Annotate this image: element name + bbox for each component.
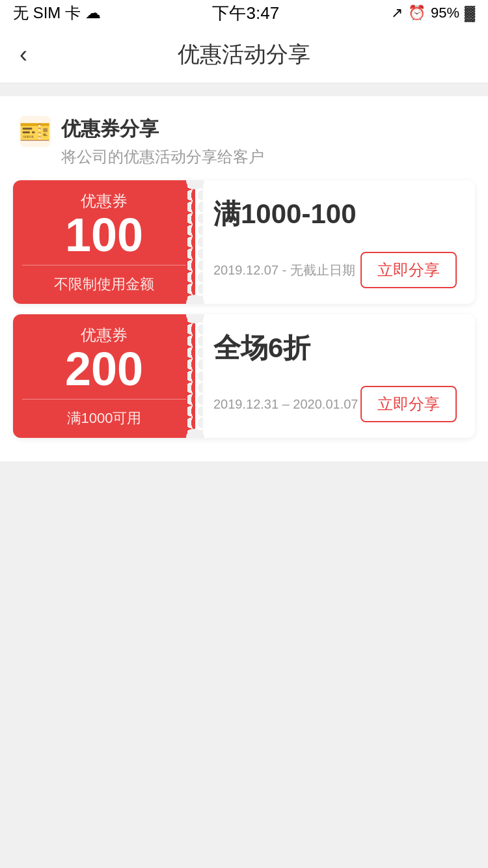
- divider-1: [22, 265, 186, 265]
- coupon-date-1: 2019.12.07 - 无截止日期: [213, 262, 360, 279]
- section-header: 🎫 优惠券分享 将公司的优惠活动分享给客户: [0, 96, 488, 180]
- coupon-condition-2: 满1000可用: [67, 409, 142, 428]
- coupon-label-2: 优惠券: [81, 325, 128, 346]
- coupon-right-2: 全场6折 2019.12.31 – 2020.01.07 立即分享: [195, 314, 475, 438]
- notch-top-2: [186, 314, 204, 323]
- bottom-space: [0, 461, 488, 852]
- coupon-name-1: 满1000-100: [213, 196, 457, 232]
- page-title: 优惠活动分享: [178, 40, 310, 70]
- back-button[interactable]: ‹: [20, 41, 27, 68]
- status-bar: 无 SIM 卡 ☁ 下午3:47 ↗ ⏰ 95% ▓: [0, 0, 488, 26]
- nav-bar: ‹ 优惠活动分享: [0, 26, 488, 83]
- coupon-condition-1: 不限制使用金额: [54, 275, 154, 294]
- divider-2: [22, 399, 186, 400]
- notch-bottom-2: [186, 429, 204, 438]
- battery-text: 95%: [431, 5, 459, 21]
- coupon-date-2: 2019.12.31 – 2020.01.07: [213, 397, 360, 412]
- coupon-right-1: 满1000-100 2019.12.07 - 无截止日期 立即分享: [195, 180, 475, 304]
- coupon-icon: 🎫: [20, 116, 51, 147]
- coupon-card-1: 优惠券 100 不限制使用金额 满1000-100 2019.12.07 - 无…: [13, 180, 475, 304]
- coupon-amount-1: 100: [65, 211, 143, 258]
- coupon-left-2: 优惠券 200 满1000可用: [13, 314, 195, 438]
- coupon-label-1: 优惠券: [81, 191, 128, 211]
- status-right: ↗ ⏰ 95% ▓: [391, 5, 475, 21]
- battery-icon: ▓: [465, 5, 475, 21]
- coupon-name-2: 全场6折: [213, 330, 457, 366]
- coupon-amount-2: 200: [65, 346, 143, 392]
- coupon-bottom-1: 2019.12.07 - 无截止日期 立即分享: [213, 252, 457, 288]
- coupon-card-2: 优惠券 200 满1000可用 全场6折 2019.12.31 – 2020.0…: [13, 314, 475, 438]
- coupon-bottom-2: 2019.12.31 – 2020.01.07 立即分享: [213, 386, 457, 422]
- coupon-left-1: 优惠券 100 不限制使用金额: [13, 180, 195, 304]
- location-icon: ↗: [391, 5, 403, 21]
- notch-bottom-1: [186, 295, 204, 304]
- section-title: 优惠券分享: [61, 116, 264, 142]
- status-time: 下午3:47: [212, 2, 279, 25]
- coupon-list: 优惠券 100 不限制使用金额 满1000-100 2019.12.07 - 无…: [0, 180, 488, 461]
- section-subtitle: 将公司的优惠活动分享给客户: [61, 146, 264, 167]
- share-button-1[interactable]: 立即分享: [360, 252, 457, 288]
- no-sim-text: 无 SIM 卡 ☁: [13, 3, 101, 23]
- share-button-2[interactable]: 立即分享: [360, 386, 457, 422]
- notch-top-1: [186, 180, 204, 189]
- section-text: 优惠券分享 将公司的优惠活动分享给客户: [61, 116, 264, 167]
- status-left: 无 SIM 卡 ☁: [13, 3, 101, 23]
- alarm-icon: ⏰: [408, 5, 426, 21]
